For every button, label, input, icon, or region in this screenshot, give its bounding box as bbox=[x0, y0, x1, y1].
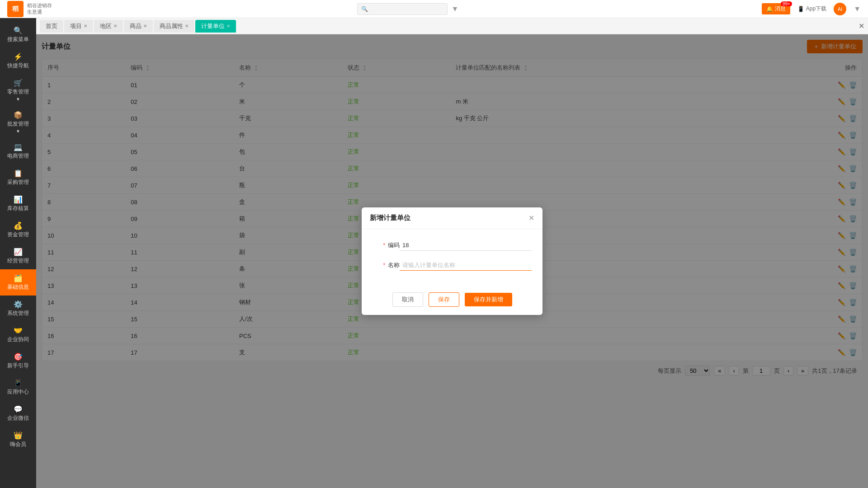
quick-nav-icon: ⚡ bbox=[14, 52, 23, 61]
wholesale-icon: 📦 bbox=[14, 111, 23, 119]
tab-product[interactable]: 商品 ✕ bbox=[124, 20, 153, 33]
name-label: * 名称 bbox=[373, 261, 400, 269]
sidebar-item-partner[interactable]: 🤝 企业协同 bbox=[0, 322, 36, 348]
code-label: * 编码 bbox=[373, 241, 400, 249]
sidebar-item-label: 电商管理 bbox=[7, 152, 29, 160]
code-input[interactable] bbox=[400, 240, 532, 251]
sidebar-item-label: 批发管理 bbox=[7, 120, 29, 128]
modal-overlay: 新增计量单位 ✕ * 编码 * bbox=[36, 34, 868, 488]
sidebar-item-quick-nav[interactable]: ⚡ 快捷导航 bbox=[0, 48, 36, 74]
tab-attributes-label: 商品属性 bbox=[160, 22, 183, 30]
sidebar-item-label: 企业微信 bbox=[7, 414, 29, 422]
sidebar-item-label: 企业协同 bbox=[7, 336, 29, 343]
tab-product-close[interactable]: ✕ bbox=[143, 23, 147, 28]
logo-subtitle: 稻谷进销存生意通 bbox=[27, 3, 54, 14]
chevron-down-icon: ▼ bbox=[16, 129, 20, 134]
sidebar-item-label: 新手引导 bbox=[7, 362, 29, 370]
tab-unit-label: 计量单位 bbox=[201, 22, 225, 30]
sidebar-item-retail[interactable]: 🛒 零售管理 ▼ bbox=[0, 74, 36, 106]
inventory-icon: 📊 bbox=[14, 195, 23, 204]
sidebar-item-system[interactable]: ⚙️ 系统管理 bbox=[0, 296, 36, 322]
mobile-icon: 📱 bbox=[797, 6, 804, 12]
sidebar-item-purchase[interactable]: 📋 采购管理 bbox=[0, 164, 36, 191]
cancel-button[interactable]: 取消 bbox=[392, 292, 423, 307]
operations-icon: 📈 bbox=[14, 248, 23, 256]
enterprise-icon: 💬 bbox=[14, 405, 23, 413]
modal-footer: 取消 保存 保存并新增 bbox=[362, 287, 542, 315]
save-new-button[interactable]: 保存并新增 bbox=[465, 293, 512, 306]
tab-region-label: 地区 bbox=[100, 22, 112, 30]
sidebar-item-label: 快捷导航 bbox=[7, 62, 29, 70]
search-icon: 🔍 bbox=[14, 26, 23, 35]
tab-attributes[interactable]: 商品属性 ✕ bbox=[154, 20, 194, 33]
header-search-box[interactable]: 🔍 bbox=[357, 3, 448, 15]
header-dropdown-icon[interactable]: ▼ bbox=[451, 5, 458, 13]
finance-icon: 💰 bbox=[14, 221, 23, 230]
retail-icon: 🛒 bbox=[14, 79, 23, 87]
sidebar-item-search[interactable]: 🔍 搜索菜单 bbox=[0, 22, 36, 48]
header-center: 🔍 ▼ bbox=[54, 3, 762, 15]
sidebar: 🔍 搜索菜单 ⚡ 快捷导航 🛒 零售管理 ▼ 📦 批发管理 ▼ 💻 电商管理 📋… bbox=[0, 18, 36, 488]
page-content: 计量单位 ＋ 新增计量单位 序号 编码 ▲▼ 名称 ▲▼ 状态 ▲▼ 计量单位匹… bbox=[36, 34, 868, 488]
tab-project[interactable]: 项目 ✕ bbox=[64, 20, 93, 33]
basic-icon: 🗂️ bbox=[14, 274, 23, 282]
header-right: 🔔 消息 99+ 📱 App下载 AI ▼ bbox=[762, 3, 861, 15]
tab-close-all[interactable]: ✕ bbox=[859, 22, 864, 30]
sidebar-item-label: 嗨会员 bbox=[10, 441, 26, 448]
modal-title: 新增计量单位 bbox=[370, 214, 410, 222]
sidebar-item-operations[interactable]: 📈 经营管理 bbox=[0, 243, 36, 269]
logo-icon: 稻 bbox=[7, 1, 24, 17]
logo-area: 稻 稻谷进销存生意通 bbox=[7, 1, 54, 17]
purchase-icon: 📋 bbox=[14, 169, 23, 178]
tab-region[interactable]: 地区 ✕ bbox=[94, 20, 123, 33]
main-layout: 🔍 搜索菜单 ⚡ 快捷导航 🛒 零售管理 ▼ 📦 批发管理 ▼ 💻 电商管理 📋… bbox=[0, 18, 868, 488]
tab-attributes-close[interactable]: ✕ bbox=[185, 23, 189, 28]
user-avatar[interactable]: AI bbox=[834, 3, 846, 15]
sidebar-item-label: 库存核算 bbox=[7, 205, 29, 212]
sidebar-item-finance[interactable]: 💰 资金管理 bbox=[0, 217, 36, 243]
tab-home-label: 首页 bbox=[46, 22, 57, 30]
sidebar-item-ecommerce[interactable]: 💻 电商管理 bbox=[0, 138, 36, 164]
sidebar-item-label: 资金管理 bbox=[7, 231, 29, 239]
sidebar-item-membership[interactable]: 👑 嗨会员 bbox=[0, 427, 36, 453]
chevron-down-icon: ▼ bbox=[16, 97, 20, 102]
tab-region-close[interactable]: ✕ bbox=[113, 23, 117, 28]
membership-icon: 👑 bbox=[14, 431, 23, 440]
sidebar-item-app-center[interactable]: 📱 应用中心 bbox=[0, 374, 36, 400]
modal-box: 新增计量单位 ✕ * 编码 * bbox=[362, 207, 542, 315]
modal-header: 新增计量单位 ✕ bbox=[362, 207, 542, 229]
notification-icon: 🔔 bbox=[766, 6, 773, 12]
modal-body: * 编码 * 名称 bbox=[362, 229, 542, 287]
tab-bar: 首页 项目 ✕ 地区 ✕ 商品 ✕ 商品属性 ✕ 计量单位 ✕ ✕ bbox=[36, 18, 868, 34]
sidebar-item-guide[interactable]: 🎯 新手引导 bbox=[0, 348, 36, 374]
user-dropdown-icon[interactable]: ▼ bbox=[854, 5, 861, 13]
sidebar-item-label: 经营管理 bbox=[7, 257, 29, 265]
save-button[interactable]: 保存 bbox=[429, 292, 459, 307]
modal-close-button[interactable]: ✕ bbox=[528, 214, 534, 222]
app-download[interactable]: 📱 App下载 bbox=[797, 5, 826, 13]
sidebar-item-enterprise[interactable]: 💬 企业微信 bbox=[0, 400, 36, 427]
sidebar-item-wholesale[interactable]: 📦 批发管理 ▼ bbox=[0, 106, 36, 138]
form-row-name: * 名称 bbox=[373, 260, 532, 271]
sidebar-item-label: 系统管理 bbox=[7, 310, 29, 317]
sidebar-item-label: 采购管理 bbox=[7, 178, 29, 186]
form-row-code: * 编码 bbox=[373, 240, 532, 251]
sidebar-item-label: 应用中心 bbox=[7, 388, 29, 396]
app-center-icon: 📱 bbox=[14, 379, 23, 387]
sidebar-item-label: 基础信息 bbox=[7, 283, 29, 291]
sidebar-item-inventory[interactable]: 📊 库存核算 bbox=[0, 191, 36, 217]
sidebar-item-label: 搜索菜单 bbox=[7, 36, 29, 43]
partner-icon: 🤝 bbox=[14, 326, 23, 335]
guide-icon: 🎯 bbox=[14, 352, 23, 361]
notification-badge: 99+ bbox=[781, 1, 792, 6]
tab-home[interactable]: 首页 bbox=[40, 20, 63, 33]
system-icon: ⚙️ bbox=[14, 300, 23, 309]
tab-unit-close[interactable]: ✕ bbox=[226, 23, 230, 28]
name-input[interactable] bbox=[400, 260, 532, 271]
sidebar-item-basic[interactable]: 🗂️ 基础信息 bbox=[0, 269, 36, 296]
tab-project-close[interactable]: ✕ bbox=[84, 23, 87, 28]
tab-unit[interactable]: 计量单位 ✕ bbox=[195, 20, 236, 33]
content-area: 首页 项目 ✕ 地区 ✕ 商品 ✕ 商品属性 ✕ 计量单位 ✕ ✕ bbox=[36, 18, 868, 488]
notification-button[interactable]: 🔔 消息 99+ bbox=[762, 3, 790, 14]
top-header: 稻 稻谷进销存生意通 🔍 ▼ 🔔 消息 99+ 📱 App下载 AI ▼ bbox=[0, 0, 868, 18]
